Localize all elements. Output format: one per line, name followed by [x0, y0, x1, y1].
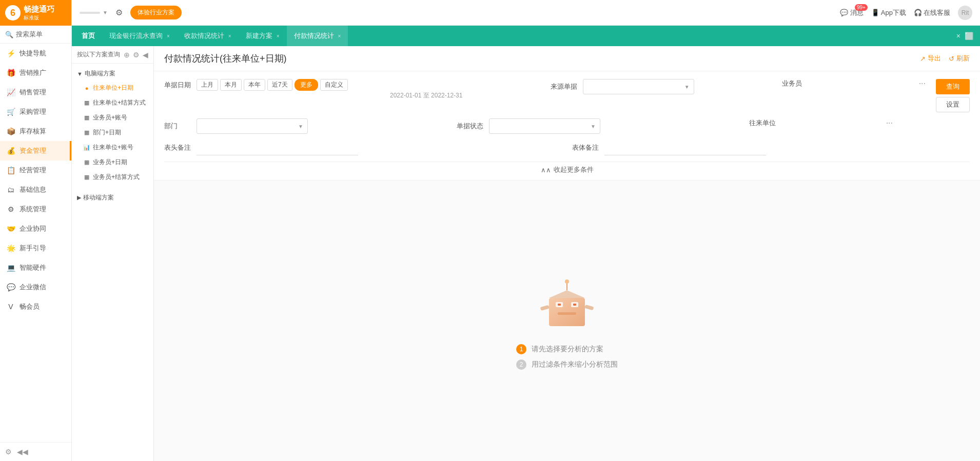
- tab-payment-stats[interactable]: 付款情况统计 ×: [287, 26, 348, 46]
- date-btn-this-month[interactable]: 本月: [220, 79, 242, 91]
- sidebar-item-marketing[interactable]: 🎁 营销推广: [0, 63, 71, 83]
- tip-text-1: 请先选择要分析的方案: [532, 345, 603, 354]
- msg-icon: 💬: [840, 9, 848, 16]
- empty-tips: 1 请先选择要分析的方案 2 用过滤条件来缩小分析范围: [516, 344, 618, 370]
- schema-toolbar-label: 按以下方案查询: [77, 50, 121, 59]
- tip-num-1: 1: [516, 344, 526, 354]
- query-btn[interactable]: 查询: [936, 79, 970, 94]
- topbar-msg-btn[interactable]: 💬 消息 99+: [840, 8, 864, 17]
- bill-status-arrow: ▼: [591, 124, 596, 129]
- hardware-icon: 💻: [6, 263, 15, 272]
- sidebar-item-collab[interactable]: 🤝 企业协同: [0, 219, 71, 238]
- schema-item-staff-settle[interactable]: ▦ 业务员+结算方式: [72, 170, 153, 185]
- sidebar-item-sales[interactable]: 📈 销售管理: [0, 83, 71, 102]
- main: ▼ ⚙ 体验行业方案 💬 消息 99+ 📱 App下载 🎧 在线客服: [72, 0, 980, 461]
- sidebar-collapse-btn[interactable]: ◀◀: [17, 448, 28, 456]
- collab-icon: 🤝: [6, 224, 15, 233]
- schema-item-staff-date[interactable]: ▦ 业务员+日期: [72, 155, 153, 170]
- logo-version: 标准版: [24, 14, 54, 22]
- schema-add-btn[interactable]: ⊕: [124, 51, 130, 59]
- date-btn-more[interactable]: 更多: [295, 79, 318, 91]
- trial-btn[interactable]: 体验行业方案: [130, 6, 182, 19]
- filter-bill-status-item: 单据状态 ▼: [457, 118, 600, 134]
- sidebar-item-operation[interactable]: 📋 经营管理: [0, 161, 71, 180]
- service-icon: 🎧: [914, 9, 922, 16]
- topbar-service-btn[interactable]: 🎧 在线客服: [914, 8, 950, 17]
- export-btn[interactable]: ↗ 导出: [920, 54, 941, 63]
- sidebar-search[interactable]: 🔍 搜索菜单: [0, 26, 71, 44]
- schema-item-partner-settle[interactable]: ▦ 往来单位+结算方式: [72, 95, 153, 110]
- topbar-avatar[interactable]: Rit: [958, 6, 972, 20]
- refresh-btn[interactable]: ↺ 刷新: [949, 54, 970, 63]
- sidebar-label: 系统管理: [19, 205, 46, 214]
- sidebar-item-inventory[interactable]: 📦 库存核算: [0, 122, 71, 141]
- sidebar-item-wechat[interactable]: 💬 企业微信: [0, 277, 71, 297]
- topbar-user[interactable]: ▼: [80, 10, 108, 15]
- date-btn-custom[interactable]: 自定义: [320, 79, 348, 91]
- tab-home[interactable]: 首页: [74, 26, 102, 46]
- dept-select[interactable]: ▼: [197, 118, 308, 134]
- schema-item-partner-account[interactable]: 📊 往来单位+账号: [72, 140, 153, 155]
- partner-dots[interactable]: ···: [886, 118, 893, 128]
- operation-icon: 📋: [6, 166, 15, 175]
- svg-point-8: [565, 279, 569, 284]
- content: 按以下方案查询 ⊕ ⚙ ◀ ▼ 电脑端方案 ● 往来单位+日期 ▦: [72, 46, 980, 461]
- schema-pc-group-header[interactable]: ▼ 电脑端方案: [72, 67, 153, 81]
- date-btn-last-month[interactable]: 上月: [197, 79, 218, 91]
- schema-item-icon-staff-settle: ▦: [83, 174, 90, 181]
- tab-bank-flow-label: 现金银行流水查询: [109, 31, 163, 41]
- user-dropdown-icon[interactable]: ▼: [103, 10, 108, 15]
- date-btn-this-year[interactable]: 本年: [244, 79, 265, 91]
- schema-item-staff-account[interactable]: ▦ 业务员+账号: [72, 110, 153, 125]
- tab-bank-flow-close[interactable]: ×: [167, 33, 170, 39]
- schema-mobile-group-header[interactable]: ▶ 移动端方案: [72, 191, 153, 205]
- sidebar-item-hardware[interactable]: 💻 智能硬件: [0, 258, 71, 277]
- schema-item-icon-partner-account: 📊: [83, 144, 90, 151]
- guide-icon: 🌟: [6, 244, 15, 253]
- tab-receipt-stats-close[interactable]: ×: [228, 33, 231, 39]
- sidebar-item-quick-nav[interactable]: ⚡ 快捷导航: [0, 44, 71, 63]
- sidebar-item-guide[interactable]: 🌟 新手引导: [0, 238, 71, 258]
- sidebar-item-basic-info[interactable]: 🗂 基础信息: [0, 180, 71, 199]
- settings-btn[interactable]: 设置: [936, 97, 970, 112]
- body-note-input[interactable]: [604, 140, 766, 155]
- date-range-value: 2022-01-01 至 2022-12-31: [390, 92, 462, 99]
- schema-collapse-btn[interactable]: ◀: [143, 51, 148, 59]
- sidebar-nav: ⚡ 快捷导航 🎁 营销推广 📈 销售管理 🛒 采购管理 📦 库存核算 💰: [0, 44, 71, 442]
- sidebar-item-system[interactable]: ⚙ 系统管理: [0, 199, 71, 219]
- export-icon: ↗: [920, 55, 926, 63]
- source-select[interactable]: ▼: [583, 79, 694, 94]
- date-btn-7days[interactable]: 近7天: [267, 79, 292, 91]
- sidebar-label: 快捷导航: [19, 49, 46, 58]
- bill-status-select[interactable]: ▼: [489, 118, 600, 134]
- header-note-input[interactable]: [197, 140, 358, 155]
- schema-settings-btn[interactable]: ⚙: [133, 51, 140, 59]
- sales-icon: 📈: [6, 88, 15, 97]
- schema-item-partner-date[interactable]: ● 往来单位+日期: [72, 81, 153, 95]
- tab-payment-stats-close[interactable]: ×: [338, 33, 341, 39]
- basic-info-icon: 🗂: [6, 185, 15, 194]
- tab-new-plan-close[interactable]: ×: [277, 33, 280, 39]
- sidebar-settings-btn[interactable]: ⚙: [5, 448, 12, 456]
- tab-receipt-stats[interactable]: 收款情况统计 ×: [177, 26, 239, 46]
- svg-marker-1: [549, 290, 585, 298]
- tab-new-plan[interactable]: 新建方案 ×: [239, 26, 287, 46]
- svg-rect-6: [558, 312, 576, 315]
- collapse-more-btn[interactable]: ∧∧ 收起更多条件: [164, 162, 970, 177]
- tab-bank-flow[interactable]: 现金银行流水查询 ×: [102, 26, 177, 46]
- schema-item-dept-date[interactable]: ▦ 部门+日期: [72, 125, 153, 140]
- filter-date-item: 单据日期 上月 本月 本年 近7天 更多 自定义: [164, 79, 380, 91]
- sidebar-item-finance[interactable]: 💰 资金管理: [0, 141, 71, 161]
- body-note-label: 表体备注: [572, 143, 600, 152]
- quick-nav-icon: ⚡: [6, 49, 15, 58]
- page-actions: ↗ 导出 ↺ 刷新: [920, 54, 970, 63]
- tab-window-max-btn[interactable]: ⬜: [965, 32, 973, 40]
- sidebar-item-purchase[interactable]: 🛒 采购管理: [0, 102, 71, 122]
- sidebar-item-member[interactable]: V 畅会员: [0, 297, 71, 316]
- staff-dots[interactable]: ···: [919, 79, 926, 88]
- tab-window-close-btn[interactable]: ×: [956, 32, 961, 40]
- filter-area: 单据日期 上月 本月 本年 近7天 更多 自定义 2022-01-0: [154, 71, 980, 181]
- topbar-app-btn[interactable]: 📱 App下载: [871, 8, 906, 17]
- schema-item-icon-partner-settle: ▦: [83, 99, 90, 107]
- topbar-gear-icon[interactable]: ⚙: [115, 8, 123, 17]
